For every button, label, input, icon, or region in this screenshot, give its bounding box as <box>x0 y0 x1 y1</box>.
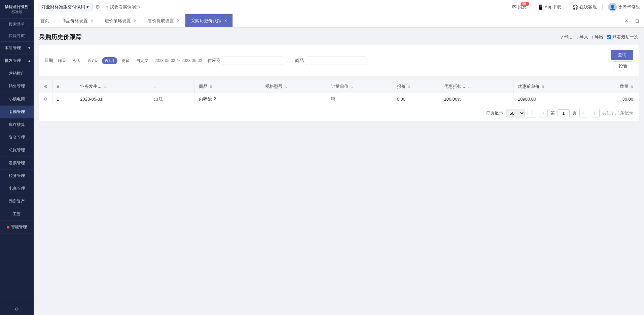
col-more[interactable]: ... <box>150 80 195 93</box>
date-opt-custom[interactable]: 自定义 <box>134 57 151 64</box>
message-icon: ✉ <box>512 4 516 10</box>
sidebar-item-sales[interactable]: 销售管理 <box>0 80 34 93</box>
tax-label: 税务管理 <box>9 173 25 178</box>
col-gear[interactable]: ⚙ <box>39 80 52 93</box>
supplier-input[interactable] <box>223 57 283 65</box>
date-opt-last1m[interactable]: 近1月 <box>102 57 118 64</box>
sidebar-item-ecommerce[interactable]: 电商管理 <box>0 182 34 195</box>
pagination: 每页显示 50 20 100 200 ⟨⟨ ＜ 第 页 ＞ ⟩⟩ 共1页，1条记… <box>39 105 639 121</box>
sidebar-item-finance[interactable]: 资金管理 <box>0 131 34 144</box>
app-download-btn[interactable]: 📱 App下载 <box>538 4 561 10</box>
separator2 <box>532 4 532 10</box>
filter-settings-btn[interactable]: 设置 <box>613 61 633 71</box>
tab-sale-price[interactable]: 售价提取设置 ✕ <box>142 14 185 28</box>
row-gear[interactable]: ⚙ <box>39 93 52 105</box>
date-opt-today[interactable]: 今天 <box>70 57 83 64</box>
col-spec[interactable]: 规格型号 ⇅ <box>261 80 327 93</box>
sidebar-search[interactable]: 搜索菜单 <box>0 19 34 30</box>
sidebar-quick-nav[interactable]: 快捷导航 <box>0 30 34 42</box>
sidebar-item-ecommerce-small[interactable]: 小畅电商 <box>0 93 34 106</box>
sidebar-item-inventory[interactable]: 库存核算 <box>0 118 34 131</box>
only-last-checkbox[interactable] <box>607 35 611 39</box>
quick-nav-label: 快捷导航 <box>9 33 25 38</box>
tab-close-btn[interactable]: ✕ <box>621 15 632 26</box>
col-price[interactable]: 报价 ⇅ <box>393 80 440 93</box>
first-page-btn[interactable]: ⟨⟨ <box>528 109 536 117</box>
goods-dots[interactable]: ... <box>368 58 373 64</box>
version-selector[interactable]: 好业财标准版交付试用 ▾ <box>38 3 93 11</box>
col-price-label: 报价 <box>397 84 406 89</box>
tab-purchase-strategy-label: 进价策略设置 <box>105 18 131 24</box>
user-name: 徐泽华修改 <box>618 4 640 10</box>
page-actions: ? 帮助 ↓ 导入 ↑ 导出 只看最后一次 <box>561 34 639 40</box>
sidebar-item-fixed-assets[interactable]: 固定资产 <box>0 195 34 208</box>
table-container: ⚙ # 业务发生... ⇅ ... 商品 ⇅ <box>39 80 639 105</box>
sidebar-item-general-ledger[interactable]: 总账管理 <box>0 144 34 157</box>
user-info[interactable]: 👤 徐泽华修改 <box>608 3 640 11</box>
help-btn[interactable]: ? 帮助 <box>561 34 573 40</box>
tab-home-label: 首页 <box>40 18 49 24</box>
sidebar-settings-btn[interactable]: ⚙ <box>0 303 34 315</box>
sales-label: 销售管理 <box>9 84 25 89</box>
tab-history-price-close[interactable]: ✕ <box>224 19 227 23</box>
sidebar: 畅捷通好业财 标准版 搜索菜单 快捷导航 零售管理 ▼ 批发管理 ▲ 营销推广 … <box>0 0 34 315</box>
online-service-btn[interactable]: 🎧 在线客服 <box>572 4 597 10</box>
supplier-dots[interactable]: ... <box>285 58 290 64</box>
date-opt-last7[interactable]: 近7天 <box>85 57 101 64</box>
goods-filter-group: 商品 ... <box>295 57 373 65</box>
tab-price[interactable]: 商品价格设置 ✕ <box>56 14 99 28</box>
import-btn[interactable]: ↓ 导入 <box>576 34 588 40</box>
sidebar-item-purchase[interactable]: 采购管理 <box>0 106 34 118</box>
prev-page-btn[interactable]: ＜ <box>539 109 548 117</box>
col-quantity[interactable]: 数量 ⇅ <box>589 80 639 93</box>
col-goods[interactable]: 商品 ⇅ <box>195 80 261 93</box>
app-name: 畅捷通好业财 <box>5 4 29 10</box>
goods-input[interactable] <box>306 57 366 65</box>
tab-price-close[interactable]: ✕ <box>91 19 94 23</box>
col-orig-price[interactable]: 优惠前单价 ⇅ <box>513 80 589 93</box>
sidebar-item-wholesale[interactable]: 批发管理 ▲ <box>0 55 34 67</box>
col-discount[interactable]: 优惠折扣... ⇅ <box>440 80 513 93</box>
date-opt-more[interactable]: 更多 <box>119 57 132 64</box>
messages-badge: 99+ <box>521 2 529 6</box>
tab-home[interactable]: 首页 <box>34 14 56 28</box>
messages-btn[interactable]: ✉ 消息 99+ <box>512 4 527 10</box>
tab-sale-price-close[interactable]: ✕ <box>177 19 180 23</box>
date-range: 2023-05-02 至 2023-06-02 <box>154 58 202 64</box>
sidebar-logo: 畅捷通好业财 标准版 <box>0 0 34 19</box>
col-unit[interactable]: 计量单位 ⇅ <box>327 80 393 93</box>
row-price: 0.00 <box>393 93 440 105</box>
tab-history-price[interactable]: 采购历史价跟踪 ✕ <box>185 14 233 28</box>
tab-maximize-btn[interactable]: ⊡ <box>632 15 643 26</box>
wholesale-arrow: ▲ <box>28 59 31 63</box>
marketing-label: 营销推广 <box>9 71 25 76</box>
tab-purchase-strategy-close[interactable]: ✕ <box>134 19 137 23</box>
query-btn[interactable]: 查询 <box>611 50 633 60</box>
only-last-checkbox-group[interactable]: 只看最后一次 <box>607 34 639 40</box>
per-page-select[interactable]: 50 20 100 200 <box>506 109 525 117</box>
sort-arrows-quantity: ⇅ <box>631 85 633 89</box>
phone-icon: 📱 <box>538 4 543 10</box>
sidebar-item-marketing[interactable]: 营销推广 <box>0 67 34 80</box>
separator4 <box>602 4 603 10</box>
row-spec <box>261 93 327 105</box>
smart-dot <box>7 226 9 229</box>
next-page-btn[interactable]: ＞ <box>579 109 588 117</box>
sidebar-item-tax[interactable]: 税务管理 <box>0 170 34 182</box>
tab-sale-price-label: 售价提取设置 <box>148 18 174 24</box>
sidebar-item-smart[interactable]: 智能管理 <box>0 221 34 234</box>
col-orig-price-label: 优惠前单价 <box>518 84 540 89</box>
date-opt-yesterday[interactable]: 昨天 <box>55 57 69 64</box>
sidebar-item-invoice[interactable]: 发票管理 <box>0 157 34 170</box>
last-page-btn[interactable]: ⟩⟩ <box>591 109 600 117</box>
page-input[interactable] <box>558 109 570 117</box>
tab-purchase-strategy[interactable]: 进价策略设置 ✕ <box>99 14 142 28</box>
table-header-row: ⚙ # 业务发生... ⇅ ... 商品 ⇅ <box>39 80 639 93</box>
settings-btn[interactable]: ⚙ <box>95 4 100 10</box>
col-date[interactable]: 业务发生... ⇅ <box>76 80 150 93</box>
sidebar-item-retail[interactable]: 零售管理 ▼ <box>0 42 34 55</box>
demo-link[interactable]: ○ 我要看实例演示 <box>106 4 140 10</box>
sidebar-item-salary[interactable]: 工资 <box>0 208 34 221</box>
search-menu-label: 搜索菜单 <box>9 22 25 27</box>
export-btn[interactable]: ↑ 导出 <box>592 34 604 40</box>
